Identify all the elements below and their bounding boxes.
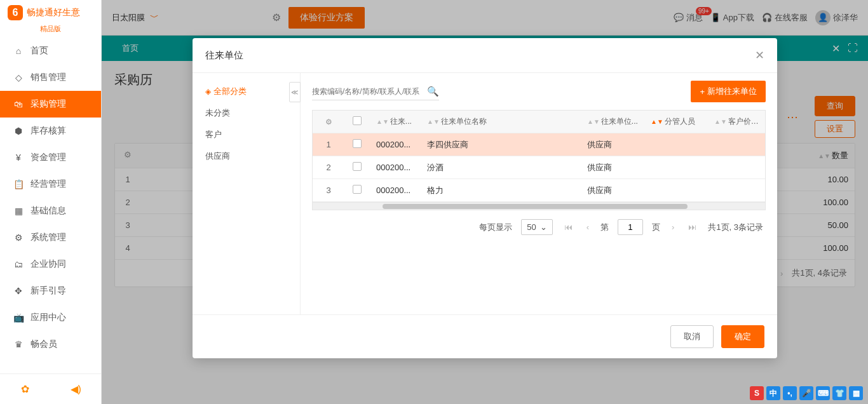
logo: 6 畅捷通好生意 <box>0 0 101 25</box>
table-row[interactable]: 3 000200... 格力 供应商 <box>313 179 765 202</box>
page-last-icon[interactable]: ⏭ <box>686 222 699 232</box>
col-manager[interactable]: ▲▼分管人员 <box>644 111 708 132</box>
page-next-icon[interactable]: › <box>669 222 677 232</box>
nav-icon: ⚙ <box>13 232 24 243</box>
nav-item-9[interactable]: ✥新手引导 <box>0 278 101 304</box>
ime-s-icon[interactable]: S <box>750 386 764 400</box>
select-all-checkbox[interactable] <box>353 116 362 125</box>
modal-header: 往来单位 ✕ <box>193 38 777 73</box>
logo-icon: 6 <box>8 5 23 20</box>
nav-icon: 📋 <box>13 178 24 190</box>
modal-title: 往来单位 <box>205 50 243 62</box>
nav-icon: ¥ <box>13 152 24 163</box>
nav-item-1[interactable]: ◇销售管理 <box>0 64 101 91</box>
col-price[interactable]: ▲▼客户价格... <box>708 111 765 132</box>
col-name[interactable]: ▲▼往来单位名称 <box>421 111 581 132</box>
nav-item-6[interactable]: ▦基础信息 <box>0 198 101 224</box>
nav-item-2[interactable]: 🛍采购管理 <box>0 91 101 118</box>
modal-content: 🔍 + 新增往来单位 ⚙ ▲▼往来... <box>301 73 777 314</box>
table-header: ⚙ ▲▼往来... ▲▼往来单位名称 ▲▼往来单位... ▲▼分管人员 ▲▼客户… <box>313 111 765 133</box>
nav-icon: ⌂ <box>13 45 24 57</box>
sidebar: 6 畅捷通好生意 精品版 ⌂首页◇销售管理🛍采购管理⬢库存核算¥资金管理📋经营管… <box>0 0 102 404</box>
page-first-icon[interactable]: ⏮ <box>562 222 575 232</box>
col-type[interactable]: ▲▼往来单位... <box>581 111 644 132</box>
collapse-panel-icon[interactable]: ≪ <box>289 82 301 102</box>
table-row[interactable]: 2 000200... 汾酒 供应商 <box>313 156 765 179</box>
page-input[interactable] <box>618 219 643 235</box>
row-checkbox[interactable] <box>353 162 362 171</box>
ime-mic-icon[interactable]: 🎤 <box>799 386 813 400</box>
table-footer: 每页显示 50 ⌄ ⏮ ‹ 第 页 › ⏭ 共1页 <box>312 210 766 239</box>
modal: 往来单位 ✕ ≪ ◈ 全部分类 未分类 客户 供应商 <box>193 38 777 358</box>
plus-icon: + <box>700 87 705 97</box>
chevron-down-icon: ⌄ <box>540 222 547 232</box>
units-table: ⚙ ▲▼往来... ▲▼往来单位名称 ▲▼往来单位... ▲▼分管人员 ▲▼客户… <box>312 110 766 203</box>
nav-icon: 🗂 <box>13 259 24 270</box>
logo-edition: 精品版 <box>0 24 101 34</box>
nav-icon: ⬢ <box>13 125 24 137</box>
nav-item-11[interactable]: ♛畅会员 <box>0 331 101 358</box>
nav-item-0[interactable]: ⌂首页 <box>0 37 101 64</box>
collapse-icon[interactable]: ◀) <box>51 374 102 404</box>
search-icon[interactable]: 🔍 <box>427 86 439 97</box>
nav-item-10[interactable]: 📺应用中心 <box>0 304 101 331</box>
table-row[interactable]: 1 000200... 李四供应商 供应商 <box>313 133 765 156</box>
nav-item-5[interactable]: 📋经营管理 <box>0 171 101 198</box>
ime-keyboard-icon[interactable]: ⌨ <box>816 386 830 400</box>
category-all[interactable]: ◈ 全部分类 <box>193 81 300 102</box>
search-input[interactable] <box>312 87 427 96</box>
page-prev-icon[interactable]: ‹ <box>584 222 592 232</box>
nav-item-4[interactable]: ¥资金管理 <box>0 144 101 171</box>
category-customer[interactable]: 客户 <box>193 124 300 145</box>
horizontal-scrollbar[interactable] <box>312 203 766 210</box>
nav-item-3[interactable]: ⬢库存核算 <box>0 118 101 144</box>
logo-text: 畅捷通好生意 <box>27 7 80 18</box>
nav-icon: 📺 <box>13 312 24 323</box>
nav-icon: ✥ <box>13 285 24 297</box>
category-uncategorized[interactable]: 未分类 <box>193 102 300 124</box>
main: 日太阳膜 ﹀ ⚙ 体验行业方案 💬 消息 99+ 📱 App下载 🎧 在线客服 … <box>102 0 868 404</box>
nav-item-7[interactable]: ⚙系统管理 <box>0 224 101 251</box>
modal-overlay[interactable]: 往来单位 ✕ ≪ ◈ 全部分类 未分类 客户 供应商 <box>102 0 868 404</box>
per-page-label: 每页显示 <box>479 222 512 233</box>
settings-icon[interactable]: ✿ <box>0 374 51 404</box>
category-supplier[interactable]: 供应商 <box>193 145 300 167</box>
sidebar-footer: ✿ ◀) <box>0 374 101 404</box>
pagination-summary: 共1页, 3条记录 <box>708 222 763 233</box>
add-unit-button[interactable]: + 新增往来单位 <box>691 81 766 102</box>
category-panel: ≪ ◈ 全部分类 未分类 客户 供应商 <box>193 73 301 314</box>
cancel-button[interactable]: 取消 <box>670 325 714 348</box>
per-page-select[interactable]: 50 ⌄ <box>521 219 552 235</box>
ime-tool-icon[interactable]: ▦ <box>849 386 863 400</box>
nav-list: ⌂首页◇销售管理🛍采购管理⬢库存核算¥资金管理📋经营管理▦基础信息⚙系统管理🗂企… <box>0 37 101 374</box>
ime-zh-icon[interactable]: 中 <box>766 386 780 400</box>
search-input-wrapper: 🔍 <box>312 83 439 100</box>
folder-icon: ◈ <box>205 87 211 96</box>
nav-icon: 🛍 <box>13 98 24 110</box>
row-checkbox[interactable] <box>353 139 362 148</box>
confirm-button[interactable]: 确定 <box>721 325 764 348</box>
nav-icon: ♛ <box>13 339 24 350</box>
close-icon[interactable]: ✕ <box>755 48 764 62</box>
modal-actions: 取消 确定 <box>193 314 777 358</box>
nav-item-8[interactable]: 🗂企业协同 <box>0 251 101 278</box>
ime-bar: S 中 •, 🎤 ⌨ 👕 ▦ <box>750 386 863 400</box>
row-checkbox[interactable] <box>353 185 362 194</box>
ime-punct-icon[interactable]: •, <box>783 386 797 400</box>
col-code[interactable]: ▲▼往来... <box>370 111 421 132</box>
nav-icon: ◇ <box>13 72 24 83</box>
ime-skin-icon[interactable]: 👕 <box>832 386 846 400</box>
nav-icon: ▦ <box>13 205 24 217</box>
gear-header-icon[interactable]: ⚙ <box>313 112 344 131</box>
